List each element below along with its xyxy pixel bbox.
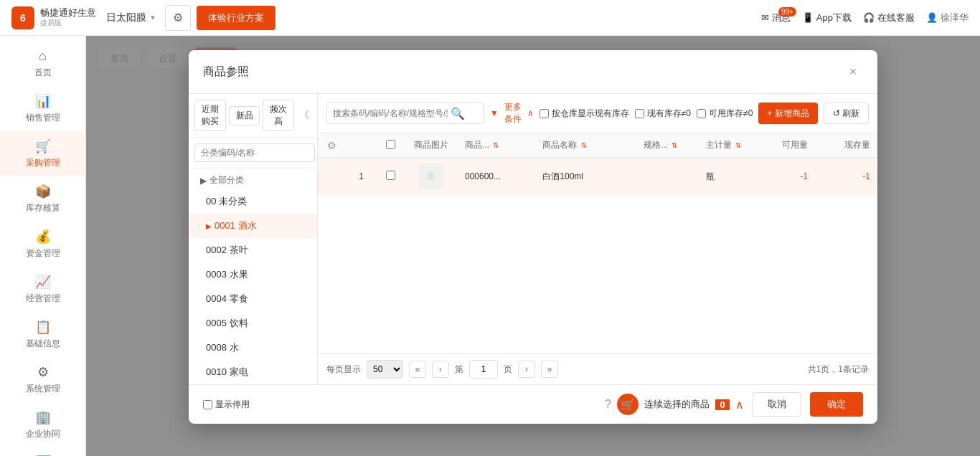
- cart-count: 0: [715, 399, 730, 410]
- tab-frequent[interactable]: 频次高: [263, 100, 294, 131]
- modal-header: 商品参照 ×: [189, 50, 877, 94]
- modal-footer: 显示停用 ? 🛒 连续选择的商品 0 ∧ 取消 确定: [189, 384, 877, 424]
- sort-code-icon: ⇅: [493, 141, 499, 149]
- col-checkbox-header: [377, 133, 405, 158]
- modal-title: 商品参照: [203, 65, 249, 80]
- sidebar-item-home[interactable]: ⌂ 首页: [0, 42, 85, 86]
- help-icon[interactable]: ?: [605, 398, 611, 411]
- cat-label-c0004: 0004 零食: [206, 293, 248, 305]
- sidebar-item-basics[interactable]: 📋 基础信息: [0, 312, 85, 357]
- message-badge: 99+: [778, 7, 796, 16]
- sidebar-item-enterprise[interactable]: 🏢 企业协同: [0, 402, 85, 447]
- settings-icon[interactable]: ⚙: [165, 5, 191, 31]
- sidebar: ⌂ 首页 📊 销售管理 🛒 采购管理 📦 库存核算 💰 资金管理 📈 经营管理 …: [0, 36, 86, 456]
- experience-button[interactable]: 体验行业方案: [197, 6, 275, 30]
- sidebar-item-sales[interactable]: 📊 销售管理: [0, 86, 85, 131]
- nav-right: ✉ 消息 99+ 📱 App下载 🎧 在线客服 👤 徐泽华: [761, 11, 969, 24]
- checkbox-warehouse-stock[interactable]: 按仓库显示现有库存: [540, 108, 629, 120]
- cat-label-c0001: 0001 酒水: [215, 219, 257, 232]
- sales-icon: 📊: [35, 93, 51, 109]
- product-search-input[interactable]: [333, 108, 448, 118]
- logo-icon: 6: [11, 6, 34, 29]
- filter-label: 更多条件: [501, 101, 524, 125]
- show-disabled-checkbox[interactable]: 显示停用: [203, 399, 250, 411]
- col-spec-header[interactable]: 规格... ⇅: [636, 133, 699, 158]
- sidebar-item-guide[interactable]: 🆕 新手引导: [0, 447, 85, 456]
- sidebar-label-operations: 经营管理: [26, 293, 60, 305]
- service-label: 在线客服: [877, 11, 915, 24]
- sidebar-item-finance[interactable]: 💰 资金管理: [0, 222, 85, 267]
- checkbox-warehouse-input[interactable]: [540, 109, 549, 118]
- sort-unit-icon: ⇅: [735, 141, 741, 149]
- prev-page-button[interactable]: ‹: [432, 361, 449, 378]
- checkbox-current-stock[interactable]: 现有库存≠0: [635, 108, 691, 120]
- col-unit-header[interactable]: 主计量 ⇅: [699, 133, 753, 158]
- cat-label-c0003: 0003 水果: [206, 268, 248, 281]
- modal-body: 近期购买 新品 频次高 《 🔍 ▶: [189, 94, 877, 384]
- cancel-button[interactable]: 取消: [753, 392, 801, 417]
- sidebar-item-operations[interactable]: 📈 经营管理: [0, 267, 85, 312]
- sidebar-label-home: 首页: [34, 67, 52, 79]
- category-item-c00[interactable]: 00 未分类: [189, 189, 317, 214]
- filter-button[interactable]: ▼ 更多条件 ∧: [490, 101, 534, 125]
- refresh-button[interactable]: ↺ 刷新: [824, 103, 869, 124]
- category-item-c0004[interactable]: 0004 零食: [189, 287, 317, 311]
- filter-icon: ▼: [490, 108, 499, 118]
- tab-recent[interactable]: 近期购买: [194, 100, 226, 131]
- message-button[interactable]: ✉ 消息 99+: [761, 11, 791, 24]
- col-code-header[interactable]: 商品... ⇅: [458, 133, 535, 158]
- category-item-c0005[interactable]: 0005 饮料: [189, 311, 317, 336]
- page-label: 第: [455, 364, 463, 376]
- checkbox-available-input[interactable]: [697, 109, 706, 118]
- table-row[interactable]: 1 图 000600... 白酒100ml 瓶 -1 -1: [318, 158, 877, 196]
- row-name: 白酒100ml: [535, 158, 636, 196]
- tab-new[interactable]: 新品: [229, 106, 260, 125]
- column-settings-button[interactable]: ⚙: [327, 140, 336, 151]
- category-item-c0003[interactable]: 0003 水果: [189, 262, 317, 287]
- add-product-button[interactable]: + 新增商品: [758, 103, 817, 124]
- filter-arrow-icon: ∧: [527, 108, 534, 118]
- row-checkbox-cell[interactable]: [377, 158, 405, 196]
- all-categories-header[interactable]: ▶ 全部分类: [189, 168, 317, 189]
- confirm-button[interactable]: 确定: [810, 392, 863, 417]
- system-icon: ⚙: [37, 364, 49, 380]
- app-download-button[interactable]: 📱 App下载: [802, 11, 852, 24]
- cart-button[interactable]: 🛒: [617, 394, 639, 415]
- checkbox-current-input[interactable]: [635, 109, 644, 118]
- show-disabled-input[interactable]: [203, 400, 212, 409]
- first-page-button[interactable]: «: [409, 361, 426, 378]
- show-disabled-label: 显示停用: [215, 399, 250, 411]
- row-img-cell: 图: [405, 158, 458, 196]
- collapse-button[interactable]: 《: [297, 108, 311, 123]
- sidebar-item-system[interactable]: ⚙ 系统管理: [0, 357, 85, 402]
- user-avatar[interactable]: 👤 徐泽华: [926, 11, 969, 24]
- sidebar-item-purchase[interactable]: 🛒 采购管理: [0, 131, 85, 176]
- select-all-checkbox[interactable]: [386, 140, 395, 149]
- sidebar-label-purchase: 采购管理: [26, 157, 60, 169]
- product-reference-modal: 商品参照 × 近期购买 新品 频次高 《: [189, 50, 877, 424]
- per-page-label: 每页显示: [326, 364, 361, 376]
- table-header-row: ⚙ 商品图片 商品... ⇅: [318, 133, 877, 158]
- row-checkbox[interactable]: [386, 171, 395, 180]
- sidebar-item-inventory[interactable]: 📦 库存核算: [0, 176, 85, 222]
- product-search-bar[interactable]: 🔍: [326, 103, 484, 124]
- cat-arrow-c0001: ▶: [206, 222, 212, 230]
- category-item-c0010[interactable]: 0010 家电: [189, 360, 317, 384]
- category-search-input[interactable]: [194, 143, 315, 162]
- content-area: 查询 设置 刷新 商品参照 × 近期购买: [86, 36, 980, 456]
- page-number-input[interactable]: [469, 360, 498, 379]
- checkbox-available-stock[interactable]: 可用库存≠0: [697, 108, 753, 120]
- category-item-c0008[interactable]: 0008 水: [189, 336, 317, 360]
- online-service-button[interactable]: 🎧 在线客服: [863, 11, 915, 24]
- cat-label-c0008: 0008 水: [206, 341, 239, 354]
- cart-collapse-icon[interactable]: ∧: [735, 398, 744, 412]
- next-page-button[interactable]: ›: [518, 361, 535, 378]
- category-item-c0002[interactable]: 0002 茶叶: [189, 238, 317, 262]
- user-icon: 👤: [926, 12, 938, 23]
- category-item-c0001[interactable]: ▶ 0001 酒水: [189, 214, 317, 238]
- last-page-button[interactable]: »: [541, 361, 558, 378]
- modal-close-button[interactable]: ×: [843, 62, 863, 82]
- col-name-header[interactable]: 商品名称 ⇅: [535, 133, 636, 158]
- per-page-select[interactable]: 10 20 50 100: [367, 360, 403, 379]
- store-selector[interactable]: 日太阳膜 ▼: [98, 0, 165, 36]
